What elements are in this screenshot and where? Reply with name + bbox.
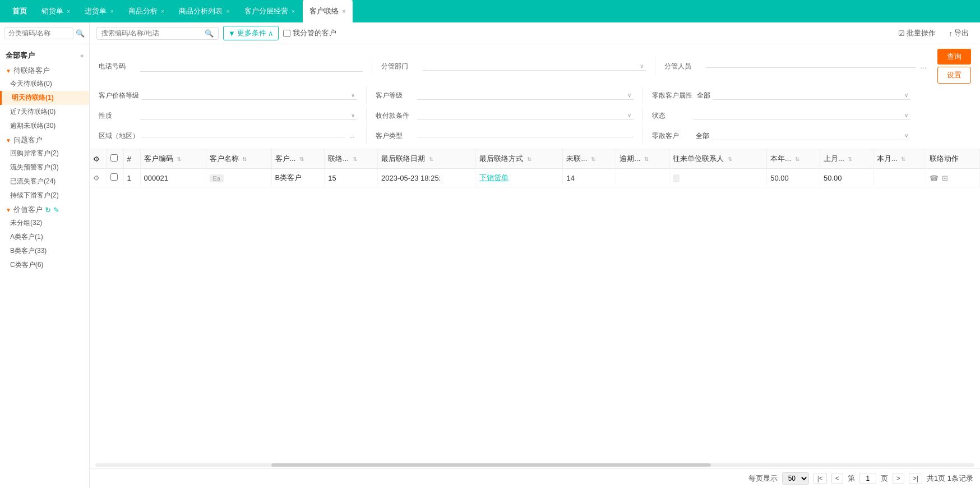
total-label: 共1页 1条记录 [927, 473, 973, 484]
col-code-sort[interactable]: ⇅ [177, 156, 181, 162]
col-unit-contact-sort[interactable]: ⇅ [728, 156, 732, 162]
my-customers-checkbox[interactable] [283, 30, 290, 37]
toolbar-search-icon[interactable]: 🔍 [205, 29, 214, 38]
next-page-btn[interactable]: > [893, 473, 904, 484]
nav-customer-contact-close[interactable]: × [342, 8, 345, 15]
filter-phone: 电话号码 [99, 61, 363, 72]
select-all-checkbox[interactable] [110, 154, 118, 162]
first-page-btn[interactable]: |< [813, 473, 827, 484]
filter-retail-attr-select[interactable]: ∨ [713, 91, 910, 100]
filter-row-3: 性质 ∨ 收付款条件 ∨ 状态 [99, 107, 971, 124]
filter-phone-input[interactable] [140, 61, 363, 72]
sidebar-item-churned[interactable]: 已流失客户(24) [0, 174, 89, 188]
sidebar-search-input[interactable] [4, 27, 73, 39]
filter-retail-attr: 零散客户属性 全部 ∨ [652, 91, 910, 100]
action-phone-icon[interactable]: ☎ [930, 174, 939, 182]
filter-value-rank-select[interactable]: ∨ [141, 91, 357, 100]
nav-home[interactable]: 首页 [6, 0, 34, 22]
nav-sales[interactable]: 销货单 × [35, 0, 77, 22]
col-this-month-sort[interactable]: ⇅ [901, 156, 905, 162]
filter-person-select[interactable] [706, 65, 916, 68]
filter-cust-type-select[interactable] [417, 135, 634, 137]
last-page-btn[interactable]: >| [909, 473, 922, 484]
sidebar-item-abnormal[interactable]: 回购异常客户(2) [0, 146, 89, 160]
sidebar-all-customers[interactable]: 全部客户 « [0, 48, 89, 63]
toolbar-search-input[interactable] [101, 29, 202, 37]
sidebar-item-ungroup[interactable]: 未分组(32) [0, 216, 89, 230]
sidebar-item-tomorrow[interactable]: 明天待联络(1) [0, 91, 89, 105]
nav-purchase[interactable]: 进货单 × [78, 0, 120, 22]
filter-person-dots[interactable]: ... [918, 62, 928, 70]
triangle-icon3: ▼ [6, 207, 11, 213]
col-last-way-sort[interactable]: ⇅ [527, 156, 531, 162]
sidebar-item-churn-warning[interactable]: 流失预警客户(3) [0, 160, 89, 174]
h-scroll-track[interactable] [95, 463, 974, 467]
nav-sales-close[interactable]: × [67, 8, 70, 15]
filter-status-select[interactable]: ∨ [694, 111, 910, 120]
sidebar-item-a-class[interactable]: A类客户(1) [0, 230, 89, 244]
per-page-select[interactable]: 50 [782, 472, 809, 485]
row-gear[interactable]: ⚙ [90, 169, 107, 187]
col-contact-sort[interactable]: ⇅ [353, 156, 357, 162]
filter-dept-select[interactable]: ∨ [423, 62, 645, 71]
col-this-year-sort[interactable]: ⇅ [795, 156, 799, 162]
my-customers-checkbox-label[interactable]: 我分管的客户 [283, 28, 336, 38]
action-icons: ☎ ⊞ [930, 174, 976, 182]
query-reset-col: 查询 设置 [937, 49, 971, 84]
col-name-sort[interactable]: ⇅ [242, 156, 247, 162]
page-num-input[interactable] [859, 473, 876, 484]
sidebar-item-today[interactable]: 今天待联络(0) [0, 77, 89, 91]
payment-chevron: ∨ [627, 112, 631, 118]
col-last-month-sort[interactable]: ⇅ [848, 156, 852, 162]
sidebar-search-icon[interactable]: 🔍 [76, 29, 85, 38]
h-scroll-thumb[interactable] [271, 463, 711, 467]
col-not-contact-sort[interactable]: ⇅ [591, 156, 595, 162]
page-label: 第 [848, 473, 855, 484]
col-last-date-sort[interactable]: ⇅ [429, 156, 433, 162]
sidebar-item-overdue[interactable]: 逾期未联络(30) [0, 119, 89, 133]
filter-payment-select[interactable]: ∨ [417, 111, 634, 120]
row-select-checkbox[interactable] [110, 173, 118, 181]
nav-customer-tier[interactable]: 客户分层经营 × [238, 0, 302, 22]
col-type: 客户... ⇅ [271, 149, 325, 169]
settings-icon[interactable]: ⚙ [93, 155, 100, 163]
filter-nature-select[interactable]: ∨ [140, 111, 357, 120]
reset-btn[interactable]: 设置 [937, 67, 971, 84]
sidebar-item-c-class[interactable]: C类客户(6) [0, 258, 89, 272]
sidebar-content: 全部客户 « ▼ 待联络客户 今天待联络(0) 明天待联络(1) 近7天待联络(… [0, 44, 89, 488]
batch-op-btn[interactable]: ☑ 批量操作 [894, 26, 940, 40]
sidebar-item-b-class[interactable]: B类客户(33) [0, 244, 89, 258]
prev-page-btn[interactable]: < [831, 473, 843, 484]
row-type: B类客户 [271, 169, 325, 187]
triangle-icon: ▼ [6, 68, 11, 74]
nav-customer-tier-close[interactable]: × [292, 8, 295, 15]
sidebar-item-7days[interactable]: 近7天待联络(0) [0, 105, 89, 119]
row-last-way-link[interactable]: 下销货单 [479, 173, 509, 182]
nav-product-analysis-close[interactable]: × [161, 8, 164, 15]
row-unit-contact [669, 169, 766, 187]
col-overdue-sort[interactable]: ⇅ [644, 156, 649, 162]
nav-product-list[interactable]: 商品分析列表 × [172, 0, 236, 22]
nav-customer-contact[interactable]: 客户联络 × [303, 0, 352, 22]
filter-more-btn[interactable]: ▼ 更多条件 ∧ [223, 26, 279, 40]
nav-product-analysis[interactable]: 商品分析 × [122, 0, 171, 22]
edit-icon[interactable]: ✎ [53, 206, 59, 214]
row-num: 1 [123, 169, 140, 187]
query-btn[interactable]: 查询 [937, 49, 971, 65]
filter-cust-rank-select[interactable]: ∨ [417, 91, 634, 100]
nav-product-list-close[interactable]: × [226, 8, 229, 15]
h-scroll-container[interactable] [90, 462, 980, 468]
retail-cust-chevron: ∨ [904, 132, 908, 139]
value-rank-chevron: ∨ [351, 92, 355, 98]
sidebar-item-declining[interactable]: 持续下滑客户(2) [0, 188, 89, 202]
dept-chevron: ∨ [640, 63, 644, 69]
filter-area-dots[interactable]: ... [347, 132, 357, 140]
col-type-sort[interactable]: ⇅ [299, 156, 304, 162]
export-btn[interactable]: ↑ 导出 [945, 26, 974, 40]
filter-area-select[interactable] [141, 135, 345, 137]
nav-purchase-close[interactable]: × [110, 8, 113, 15]
refresh-icon[interactable]: ↻ [45, 206, 51, 214]
row-this-month [873, 169, 926, 187]
filter-retail-cust-select[interactable]: ∨ [711, 131, 910, 140]
action-grid-icon[interactable]: ⊞ [942, 174, 948, 182]
